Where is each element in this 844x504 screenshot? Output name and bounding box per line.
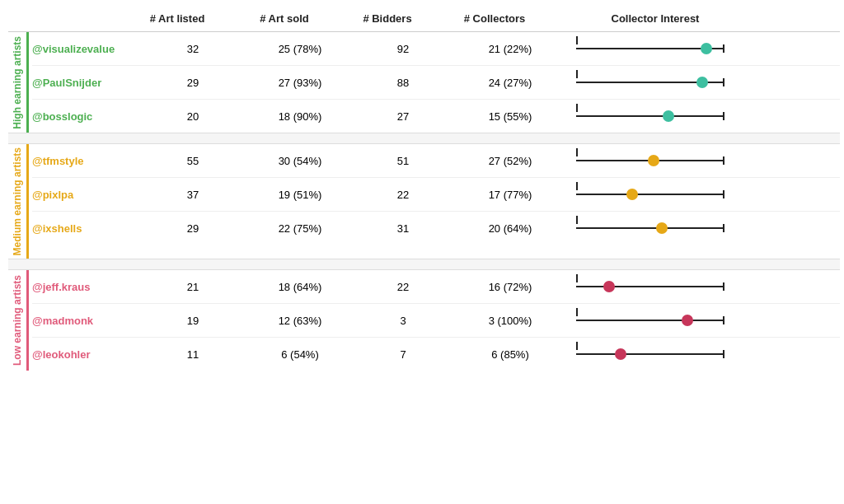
interest-track	[568, 74, 733, 91]
art-sold-cell: 6 (54%)	[246, 348, 354, 361]
interest-cell	[568, 278, 766, 295]
interest-cell	[568, 74, 766, 91]
track-line	[576, 227, 724, 229]
track-line	[576, 115, 724, 117]
interest-track	[568, 152, 733, 169]
bidders-cell: 92	[354, 43, 452, 55]
track-end-right	[723, 44, 724, 53]
track-end-left	[576, 148, 578, 156]
table-header: # Art listed # Art sold # Bidders # Coll…	[8, 12, 840, 32]
table-row: @bosslogic2018 (90%)2715 (55%)	[32, 100, 840, 133]
art-listed-cell: 29	[139, 222, 246, 235]
art-sold-cell: 22 (75%)	[246, 222, 354, 235]
art-listed-cell: 37	[139, 189, 246, 201]
collectors-cell: 21 (22%)	[452, 43, 568, 55]
header-bidders: # Bidders	[338, 12, 437, 25]
track-end-left	[576, 36, 578, 44]
artist-cell: @madmonk	[32, 315, 139, 327]
interest-dot	[615, 348, 626, 360]
section-high: High earning artists@visualizevalue3225 …	[8, 32, 840, 133]
bidders-cell: 7	[354, 348, 452, 361]
art-listed-cell: 21	[139, 281, 246, 293]
artist-cell: @jeff.kraus	[32, 281, 139, 293]
collectors-cell: 24 (27%)	[452, 77, 568, 89]
table-row: @ixshells2922 (75%)3120 (64%)	[32, 212, 840, 245]
table-row: @pixlpa3719 (51%)2217 (77%)	[32, 178, 840, 212]
bidders-cell: 88	[354, 77, 452, 89]
table-row: @madmonk1912 (63%)33 (100%)	[32, 304, 840, 338]
track-end-right	[723, 316, 724, 324]
collectors-cell: 20 (64%)	[452, 222, 568, 235]
art-listed-cell: 19	[139, 315, 246, 327]
rows-container-medium: @tfmstyle5530 (54%)5127 (52%)@pixlpa3719…	[32, 144, 840, 259]
interest-track	[568, 40, 733, 57]
art-sold-cell: 18 (64%)	[246, 281, 354, 293]
table-row: @visualizevalue3225 (78%)9221 (22%)	[32, 32, 840, 66]
track-line	[576, 320, 724, 321]
interest-track	[568, 220, 733, 236]
interest-track	[568, 278, 733, 295]
interest-cell	[568, 152, 766, 169]
track-end-right	[723, 190, 724, 198]
interest-cell	[568, 108, 766, 124]
track-line	[576, 286, 724, 287]
art-listed-cell: 20	[139, 110, 246, 123]
header-collectors: # Collectors	[437, 12, 552, 25]
rows-container-low: @jeff.kraus2118 (64%)2216 (72%)@madmonk1…	[32, 270, 840, 371]
interest-dot	[682, 315, 693, 326]
track-end-left	[576, 216, 578, 224]
sections-container: High earning artists@visualizevalue3225 …	[8, 32, 840, 371]
track-end-right	[723, 350, 724, 358]
section-label-high: High earning artists	[12, 33, 23, 133]
section-label-container-medium: Medium earning artists	[8, 144, 26, 259]
art-sold-cell: 27 (93%)	[246, 77, 354, 89]
artist-cell: @bosslogic	[32, 110, 139, 123]
collectors-cell: 27 (52%)	[452, 155, 568, 167]
art-sold-cell: 19 (51%)	[246, 189, 354, 201]
track-end-left	[576, 182, 578, 190]
bidders-cell: 51	[354, 155, 452, 167]
section-label-medium: Medium earning artists	[12, 144, 23, 259]
interest-track	[568, 108, 733, 124]
track-end-right	[723, 78, 724, 86]
interest-dot	[663, 110, 674, 122]
interest-dot	[656, 222, 668, 234]
artist-cell: @visualizevalue	[32, 43, 139, 55]
bidders-cell: 22	[354, 189, 452, 201]
collectors-cell: 16 (72%)	[452, 281, 568, 293]
track-end-left	[576, 274, 578, 282]
section-border-high	[26, 32, 29, 133]
collectors-cell: 17 (77%)	[452, 189, 568, 201]
art-sold-cell: 18 (90%)	[246, 110, 354, 123]
artist-cell: @pixlpa	[32, 189, 139, 201]
art-listed-cell: 55	[139, 155, 246, 167]
interest-dot	[603, 281, 615, 292]
track-end-right	[723, 112, 724, 120]
section-label-low: Low earning artists	[12, 272, 23, 369]
art-listed-cell: 29	[139, 77, 246, 89]
collectors-cell: 6 (85%)	[452, 348, 568, 361]
interest-dot	[701, 43, 712, 54]
track-end-right	[723, 282, 724, 291]
bidders-cell: 22	[354, 281, 452, 293]
track-end-left	[576, 104, 578, 112]
interest-track	[568, 346, 733, 362]
art-sold-cell: 25 (78%)	[246, 43, 354, 55]
collectors-cell: 3 (100%)	[452, 315, 568, 327]
section-border-medium	[26, 144, 29, 259]
table-row: @tfmstyle5530 (54%)5127 (52%)	[32, 144, 840, 178]
bidders-cell: 3	[354, 315, 452, 327]
interest-cell	[568, 312, 766, 329]
artist-cell: @PaulSnijder	[32, 77, 139, 89]
artist-cell: @leokohler	[32, 348, 139, 361]
interest-dot	[696, 77, 708, 88]
art-sold-cell: 12 (63%)	[246, 315, 354, 327]
track-end-left	[576, 70, 578, 78]
interest-cell	[568, 346, 766, 362]
table-row: @leokohler116 (54%)76 (85%)	[32, 338, 840, 371]
collectors-cell: 15 (55%)	[452, 110, 568, 123]
track-end-left	[576, 342, 578, 350]
art-sold-cell: 30 (54%)	[246, 155, 354, 167]
section-border-low	[26, 270, 29, 371]
track-line	[576, 353, 724, 355]
